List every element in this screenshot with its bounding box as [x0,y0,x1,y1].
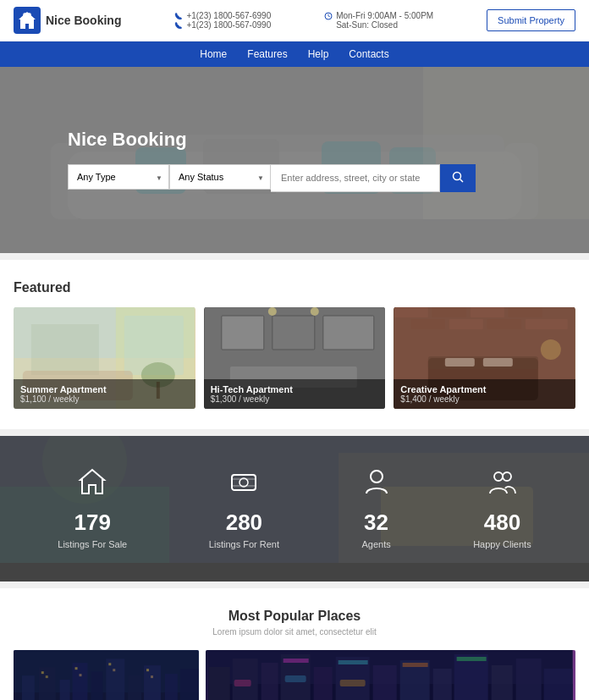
divider-1 [0,253,589,260]
nav-features[interactable]: Features [247,48,287,60]
svg-point-29 [268,307,277,316]
card3-price: $1,400 / weekly [400,394,569,404]
svg-point-45 [541,339,561,360]
svg-rect-18 [31,324,99,375]
svg-point-13 [454,172,461,179]
svg-rect-25 [222,316,264,350]
svg-rect-33 [394,307,428,317]
phone1: +1(23) 1800-567-6990 [174,11,271,20]
property-card-3[interactable]: Creative Apartment $1,400 / weekly [394,307,575,409]
phone2: +1(23) 1800-567-0990 [174,20,271,30]
place-las-vegas[interactable]: Las Vegas 4 Properties [206,650,575,700]
svg-rect-51 [232,475,256,490]
stat-listings-rent: 280 Listings For Rent [209,466,279,551]
submit-property-button[interactable]: Submit Property [487,9,575,31]
phone2-icon [174,21,183,30]
card3-title: Creative Apartment [400,384,569,394]
svg-point-57 [503,472,511,481]
place-new-york[interactable]: New York 3 Properties [14,650,199,700]
nav-home[interactable]: Home [200,48,227,60]
stats-row: 179 Listings For Sale 280 Listings For R… [17,466,572,551]
nav-help[interactable]: Help [308,48,329,60]
svg-point-55 [371,471,383,482]
card2-price: $1,300 / weekly [211,394,379,404]
nav-contacts[interactable]: Contacts [349,48,388,60]
hero-title: Nice Booking [68,129,521,151]
search-icon [452,171,464,183]
stat-listings-sale: 179 Listings For Sale [58,466,127,551]
svg-rect-27 [323,316,374,350]
header: Nice Booking +1(23) 1800-567-6990 +1(23)… [0,0,589,41]
phone-icon [174,12,183,20]
property-card-2[interactable]: Hi-Tech Apartment $1,300 / weekly [204,307,386,409]
property-card-1[interactable]: Summer Apartment $1,100 / weekly [14,307,195,409]
card1-title: Summer Apartment [20,384,189,394]
stat-number-agents: 32 [361,510,392,536]
svg-rect-36 [509,307,542,317]
status-select-wrap: Any Status For Sale For Rent [169,164,271,192]
svg-rect-38 [449,319,483,329]
agent-icon [361,466,392,503]
stat-label-agents: Agents [361,539,390,549]
contact-info: +1(23) 1800-567-6990 +1(23) 1800-567-099… [174,11,271,30]
popular-title: Most Popular Places [14,609,575,624]
logo-icon [14,7,41,34]
svg-rect-43 [445,358,475,367]
ny-overlay: New York 3 Properties [14,650,199,700]
stat-label-clients: Happy Clients [473,539,531,549]
featured-section: Featured Summer Apartment $1,100 / weekl… [0,260,589,429]
money-icon [209,466,279,503]
svg-rect-26 [272,316,315,350]
card2-overlay: Hi-Tech Apartment $1,300 / weekly [204,379,386,409]
stat-number-clients: 480 [473,510,531,536]
stat-clients: 480 Happy Clients [473,466,531,551]
stat-label-sale: Listings For Sale [58,539,127,549]
home-icon [58,466,127,503]
hero-section: Nice Booking Any Type House Apartment Co… [0,67,589,253]
featured-cards: Summer Apartment $1,100 / weekly Hi-T [14,307,575,409]
main-nav: Home Features Help Contacts [0,41,589,67]
status-select[interactable]: Any Status For Sale For Rent [169,164,271,190]
stat-agents: 32 Agents [361,466,392,551]
card1-price: $1,100 / weekly [20,394,189,404]
card1-overlay: Summer Apartment $1,100 / weekly [14,379,195,409]
svg-rect-39 [487,319,521,329]
card2-title: Hi-Tech Apartment [211,384,379,394]
svg-rect-44 [483,358,513,367]
hero-content: Nice Booking Any Type House Apartment Co… [68,129,521,192]
svg-rect-37 [411,319,445,329]
popular-subtitle: Lorem ipsum dolor sit amet, consectetur … [14,627,575,637]
hours-info: Mon-Fri 9:00AM - 5:00PM Sat-Sun: Closed [324,11,433,30]
clients-icon [473,466,531,503]
svg-rect-34 [432,307,466,317]
places-top-row: New York 3 Properties [14,650,575,700]
svg-point-30 [311,307,319,316]
stat-number-sale: 179 [58,510,127,536]
lv-overlay: Las Vegas 4 Properties [206,650,575,700]
popular-section: Most Popular Places Lorem ipsum dolor si… [0,588,589,700]
featured-title: Featured [14,280,575,295]
card3-overlay: Creative Apartment $1,400 / weekly [394,379,575,409]
type-select-wrap: Any Type House Apartment Condo [68,164,169,192]
search-bar: Any Type House Apartment Condo Any Statu… [68,164,508,192]
type-select[interactable]: Any Type House Apartment Condo [68,164,169,190]
stats-section: 179 Listings For Sale 280 Listings For R… [0,436,589,581]
logo-area: Nice Booking [14,7,121,34]
search-button[interactable] [440,164,476,192]
logo-text: Nice Booking [46,14,121,27]
clock-icon [324,12,333,20]
stat-label-rent: Listings For Rent [209,539,279,549]
divider-2 [0,429,589,436]
svg-point-56 [494,472,503,481]
svg-rect-35 [471,307,504,317]
search-input[interactable] [271,164,440,192]
divider-3 [0,581,589,588]
stat-number-rent: 280 [209,510,279,536]
svg-line-14 [460,179,464,182]
svg-rect-40 [526,319,568,329]
